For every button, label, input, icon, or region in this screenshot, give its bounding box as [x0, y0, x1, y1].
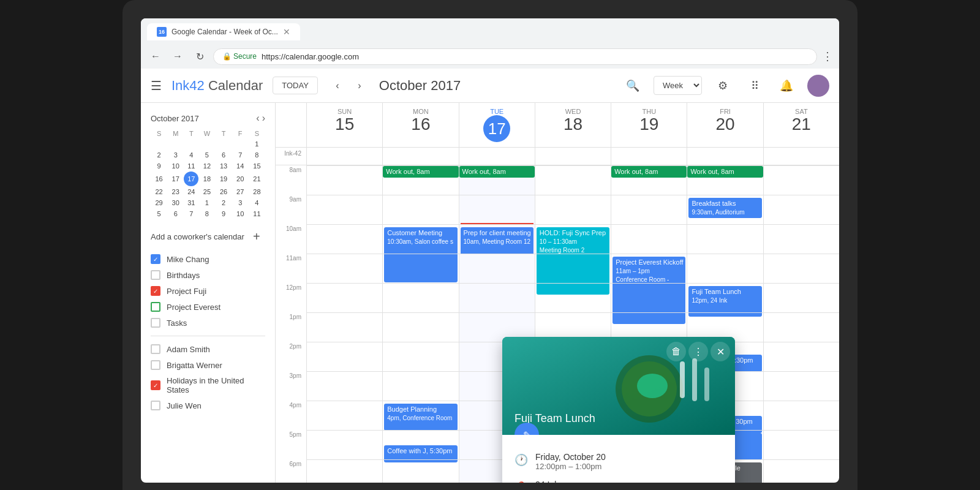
- avatar[interactable]: [807, 75, 829, 97]
- cell-tue-12[interactable]: [459, 283, 535, 312]
- cell-sat-9[interactable]: [763, 195, 839, 224]
- view-select[interactable]: Week Day Month: [654, 76, 702, 95]
- calendar-item-project-everest[interactable]: Project Everest: [151, 299, 265, 315]
- cell-fri-11[interactable]: [687, 254, 763, 283]
- allday-col-fri[interactable]: [687, 148, 763, 165]
- calendar-checkbox-project-fuji[interactable]: ✓: [151, 286, 160, 296]
- browser-tab[interactable]: 16 Google Calendar - Week of Oc... ✕: [147, 23, 300, 40]
- cell-tue-9[interactable]: [459, 195, 535, 224]
- popup-close-button[interactable]: ✕: [710, 342, 730, 361]
- allday-col-sun[interactable]: [306, 148, 382, 165]
- cell-mon-3[interactable]: [382, 371, 458, 401]
- cell-sat-5[interactable]: [763, 430, 839, 459]
- cell-mon-1[interactable]: [382, 312, 458, 342]
- cell-tue-10[interactable]: Prep for client meeting 10am, Meeting Ro…: [459, 224, 535, 254]
- allday-col-tue[interactable]: [459, 148, 535, 165]
- calendar-item-adam-smith[interactable]: Adam Smith: [151, 341, 265, 357]
- calendar-checkbox-julie-wen[interactable]: [151, 401, 160, 410]
- today-button[interactable]: TODAY: [273, 77, 318, 94]
- cell-sat-12[interactable]: [763, 283, 839, 312]
- search-icon[interactable]: 🔍: [622, 75, 644, 97]
- cell-sun-12[interactable]: [306, 283, 382, 312]
- calendar-checkbox-birthdays[interactable]: [151, 270, 160, 280]
- cell-sat-6[interactable]: [763, 459, 839, 483]
- popup-more-button[interactable]: ⋮: [688, 342, 708, 361]
- cell-mon-6[interactable]: [382, 459, 458, 483]
- calendar-item-tasks[interactable]: Tasks: [151, 315, 265, 331]
- browser-menu-button[interactable]: ⋮: [822, 50, 833, 63]
- cell-sun-4[interactable]: [306, 401, 382, 430]
- cell-thu-9[interactable]: [611, 195, 687, 224]
- cell-fri-12[interactable]: Fuji Team Lunch 12pm, 24 Ink: [687, 283, 763, 312]
- cell-sat-10[interactable]: [763, 224, 839, 254]
- cell-thu-11[interactable]: Project Everest Kickoff 11am – 1pm Confe…: [611, 254, 687, 283]
- next-week-button[interactable]: ›: [350, 76, 369, 96]
- cell-wed-8[interactable]: [535, 165, 611, 195]
- forward-button[interactable]: →: [169, 48, 186, 65]
- tab-close-button[interactable]: ✕: [283, 27, 290, 37]
- cell-sun-8[interactable]: [306, 165, 382, 195]
- calendar-item-holidays-us[interactable]: ✓ Holidays in the United States: [151, 373, 265, 398]
- calendar-item-mike-chang[interactable]: ✓ Mike Chang: [151, 251, 265, 267]
- cell-sat-2[interactable]: [763, 342, 839, 371]
- cell-sat-11[interactable]: [763, 254, 839, 283]
- event-workout-thu[interactable]: Work out, 8am: [611, 166, 687, 178]
- back-button[interactable]: ←: [147, 48, 164, 65]
- event-workout-mon[interactable]: Work out, 8am: [383, 166, 458, 178]
- cell-sun-11[interactable]: [306, 254, 382, 283]
- allday-col-wed[interactable]: [535, 148, 611, 165]
- cell-thu-10[interactable]: [611, 224, 687, 254]
- calendar-checkbox-tasks[interactable]: [151, 318, 160, 328]
- cell-mon-2[interactable]: [382, 342, 458, 371]
- apps-icon[interactable]: ⠿: [744, 75, 766, 97]
- cell-sun-9[interactable]: [306, 195, 382, 224]
- cell-fri-10[interactable]: [687, 224, 763, 254]
- cell-mon-4[interactable]: Budget Planning 4pm, Conference Room: [382, 401, 458, 430]
- allday-col-thu[interactable]: [611, 148, 687, 165]
- calendar-checkbox-project-everest[interactable]: [151, 302, 160, 312]
- cell-sun-3[interactable]: [306, 371, 382, 401]
- popup-delete-button[interactable]: 🗑: [666, 342, 686, 361]
- cell-sat-4[interactable]: [763, 401, 839, 430]
- cell-wed-12[interactable]: [535, 283, 611, 312]
- calendar-item-birthdays[interactable]: Birthdays: [151, 267, 265, 283]
- cell-wed-11[interactable]: [535, 254, 611, 283]
- mini-cal-prev[interactable]: ‹: [256, 113, 259, 124]
- cell-mon-8[interactable]: Work out, 8am: [382, 165, 458, 195]
- settings-icon[interactable]: ⚙: [712, 75, 734, 97]
- cell-sun-10[interactable]: [306, 224, 382, 254]
- address-bar[interactable]: 🔒 Secure https://calendar.google.com: [213, 48, 817, 65]
- event-workout-tue[interactable]: Work out, 8am: [459, 166, 535, 178]
- allday-col-sat[interactable]: [763, 148, 839, 165]
- hamburger-menu[interactable]: ☰: [151, 78, 162, 93]
- add-coworker[interactable]: Add a coworker's calendar +: [151, 229, 265, 244]
- cell-fri-9[interactable]: Breakfast talks 9:30am, Auditorium: [687, 195, 763, 224]
- calendar-checkbox-holidays-us[interactable]: ✓: [151, 380, 160, 390]
- calendar-checkbox-adam-smith[interactable]: [151, 344, 160, 354]
- cell-tue-11[interactable]: [459, 254, 535, 283]
- event-breakfast-talks[interactable]: Breakfast talks 9:30am, Auditorium: [688, 198, 761, 218]
- cell-thu-8[interactable]: Work out, 8am: [611, 165, 687, 195]
- cell-mon-12[interactable]: [382, 283, 458, 312]
- calendar-item-julie-wen[interactable]: Julie Wen: [151, 398, 265, 413]
- cell-mon-10[interactable]: Customer Meeting 10:30am, Salon coffee s: [382, 224, 458, 254]
- cell-mon-11[interactable]: [382, 254, 458, 283]
- calendar-checkbox-mike-chang[interactable]: ✓: [151, 254, 160, 264]
- event-workout-fri[interactable]: Work out, 8am: [687, 166, 763, 178]
- prev-week-button[interactable]: ‹: [328, 76, 347, 96]
- cell-sat-1[interactable]: [763, 312, 839, 342]
- cell-sun-5[interactable]: [306, 430, 382, 459]
- calendar-item-brigatta-werner[interactable]: Brigatta Werner: [151, 357, 265, 373]
- add-coworker-button[interactable]: +: [249, 229, 264, 244]
- event-budget-planning[interactable]: Budget Planning 4pm, Conference Room: [384, 404, 457, 431]
- cell-tue-8[interactable]: Work out, 8am: [459, 165, 535, 195]
- cell-sat-3[interactable]: [763, 371, 839, 401]
- cell-mon-5[interactable]: Coffee with J, 5:30pm: [382, 430, 458, 459]
- cell-fri-8[interactable]: Work out, 8am: [687, 165, 763, 195]
- calendar-checkbox-brigatta-werner[interactable]: [151, 360, 160, 370]
- refresh-button[interactable]: ↻: [191, 48, 208, 65]
- calendar-scroll[interactable]: 8am Work out, 8am Work out, 8am Work out…: [276, 165, 839, 483]
- notifications-icon[interactable]: 🔔: [775, 75, 797, 97]
- allday-col-mon[interactable]: [382, 148, 458, 165]
- cell-thu-12[interactable]: [611, 283, 687, 312]
